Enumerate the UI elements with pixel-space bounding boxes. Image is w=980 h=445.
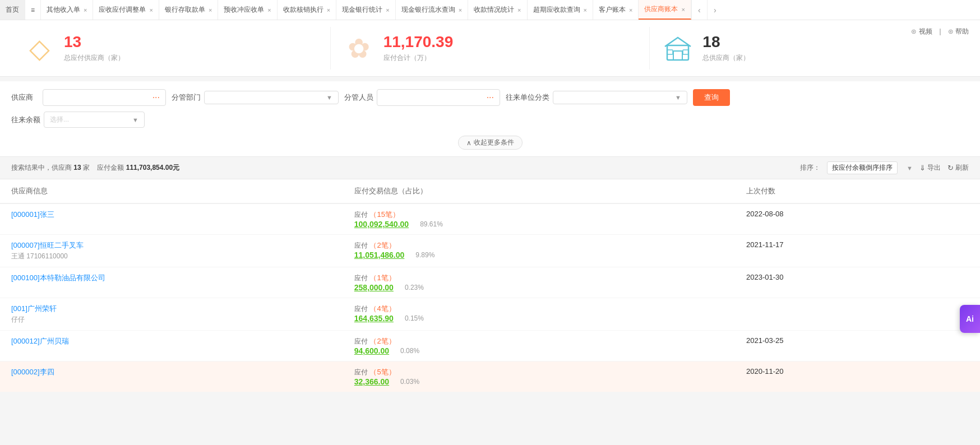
collapse-button[interactable]: ∧ 收起更多条件 <box>458 136 523 150</box>
nav-tab-customer-book[interactable]: 客户账本× <box>593 0 639 20</box>
refresh-icon: ↻ <box>947 164 954 172</box>
refresh-button[interactable]: ↻ 刷新 <box>947 163 969 173</box>
payable-total-label: 应付合计（万） <box>383 53 454 63</box>
summary-card-payable-total: ✿ 11,170.39 应付合计（万） <box>330 27 650 69</box>
nav-tab-overdue[interactable]: 超期应收款查询× <box>528 0 593 20</box>
summary-card-payable-suppliers: ◇ 13 总应付供应商（家） <box>11 27 330 69</box>
tx-label: 应付 <box>354 305 368 313</box>
person-input[interactable]: ··· <box>377 89 500 106</box>
last-pay-date: 2021-03-25 <box>746 336 784 345</box>
supplier-link[interactable]: [000002]李四 <box>11 368 54 376</box>
nav-tab-adjust[interactable]: 应收应付调整单× <box>93 0 159 20</box>
transaction-cell: 应付 （2笔）11,051,486.009.89% <box>343 235 735 267</box>
tx-label: 应付 <box>354 274 368 282</box>
close-tab-supplier-book[interactable]: × <box>681 6 685 13</box>
collapse-label: 收起更多条件 <box>474 138 514 147</box>
close-tab-cash-stat[interactable]: × <box>386 7 389 13</box>
payable-supplier-count: 13 <box>64 34 124 51</box>
table-header: 供应商信息 应付交易信息（占比） 上次付数 <box>0 179 980 203</box>
nav-tab-supplier-book[interactable]: 供应商账本× <box>639 0 691 20</box>
filter-unit-category: 往来单位分类 ▼ <box>506 91 687 104</box>
tx-count: （15笔） <box>369 210 399 219</box>
close-tab-overdue[interactable]: × <box>584 7 587 13</box>
supplier-link[interactable]: [000001]张三 <box>11 210 54 219</box>
nav-tab-receipt-stat[interactable]: 收款情况统计× <box>468 0 527 20</box>
flower-icon: ✿ <box>348 33 370 64</box>
last-pay-date: 2020-11-20 <box>746 367 784 376</box>
balance-label: 往来余额 <box>11 115 40 125</box>
nav-tab-cash-stat[interactable]: 现金银行统计× <box>336 0 395 20</box>
card-info-2: 11,170.39 应付合计（万） <box>383 34 454 63</box>
supplier-label: 供应商 <box>11 92 39 103</box>
close-tab-adjust[interactable]: × <box>149 7 152 13</box>
nav-tab-menu[interactable]: ≡ <box>25 0 41 20</box>
last-pay-date: 2023-01-30 <box>746 273 784 281</box>
tx-count: （2笔） <box>369 337 395 345</box>
filter-person: 分管人员 ··· <box>344 89 500 106</box>
payable-amount[interactable]: 94,600.00 <box>354 346 389 355</box>
payable-amount[interactable]: 258,000.00 <box>354 283 394 292</box>
transaction-cell: 应付 （4笔）164,635.900.15% <box>343 298 735 331</box>
nav-tab-other-income[interactable]: 其他收入单× <box>41 0 93 20</box>
close-tab-bank[interactable]: × <box>209 7 212 13</box>
close-tab-receipt[interactable]: × <box>327 7 330 13</box>
table-row: [000002]李四应付 （5笔）32,366.000.03%2020-11-2… <box>0 361 980 392</box>
supplier-dots[interactable]: ··· <box>152 92 160 103</box>
video-link[interactable]: ⊙ 视频 <box>911 27 932 36</box>
table-row: [000100]本特勒油品有限公司应付 （1笔）258,000.000.23%2… <box>0 267 980 298</box>
supplier-link[interactable]: [000100]本特勒油品有限公司 <box>11 274 105 282</box>
unit-select[interactable]: ▼ <box>553 91 687 104</box>
close-tab-cash-query[interactable]: × <box>459 7 462 13</box>
table-row: [001]广州荣轩仔仔应付 （4笔）164,635.900.15% <box>0 298 980 331</box>
close-tab-receipt-stat[interactable]: × <box>517 7 521 13</box>
svg-rect-1 <box>673 51 682 60</box>
table-body: [000001]张三应付 （15笔）100,092,540.0089.61%20… <box>0 203 980 392</box>
last-pay-cell <box>735 298 980 331</box>
transaction-cell: 应付 （1笔）258,000.000.23% <box>343 267 735 298</box>
export-label: 导出 <box>927 163 941 173</box>
payable-amount[interactable]: 32,366.00 <box>354 377 389 386</box>
person-dots[interactable]: ··· <box>487 92 494 103</box>
nav-tab-receipt[interactable]: 收款核销执行× <box>278 0 336 20</box>
dept-label: 分管部门 <box>172 92 201 103</box>
diamond-icon: ◇ <box>29 33 50 64</box>
nav-tab-cash-query[interactable]: 现金银行流水查询× <box>396 0 468 20</box>
export-button[interactable]: ⇓ 导出 <box>919 163 941 173</box>
supplier-link[interactable]: [001]广州荣轩 <box>11 304 57 313</box>
result-actions: 排序： 按应付余额倒序排序 ▼ ⇓ 导出 ↻ 刷新 <box>800 161 969 174</box>
close-tab-prepay[interactable]: × <box>267 7 271 13</box>
payable-amount[interactable]: 11,051,486.00 <box>354 251 405 259</box>
total-supplier-count: 18 <box>702 34 750 51</box>
supplier-link[interactable]: [000007]恒旺二手叉车 <box>11 241 84 249</box>
tx-count: （1笔） <box>369 274 395 282</box>
refresh-label: 刷新 <box>955 163 969 173</box>
close-tab-customer-book[interactable]: × <box>629 7 632 13</box>
payable-supplier-label: 总应付供应商（家） <box>64 53 124 63</box>
query-button[interactable]: 查询 <box>693 89 730 106</box>
balance-chevron: ▼ <box>132 117 138 123</box>
transaction-cell: 应付 （15笔）100,092,540.0089.61% <box>343 203 735 235</box>
nav-tab-bank[interactable]: 银行存取款单× <box>159 0 218 20</box>
last-pay-cell: 2022-08-08 <box>735 203 980 235</box>
filter-supplier: 供应商 ··· <box>11 89 166 106</box>
pct-label: 0.08% <box>400 347 419 355</box>
payable-amount[interactable]: 100,092,540.00 <box>354 220 409 229</box>
balance-select[interactable]: 选择... ▼ <box>44 112 145 128</box>
nav-arrow-right[interactable]: › <box>707 0 723 20</box>
supplier-link[interactable]: [000012]广州贝瑞 <box>11 337 69 345</box>
table-row: [000007]恒旺二手叉车王通 17106110000应付 （2笔）11,05… <box>0 235 980 267</box>
last-pay-cell: 2023-01-30 <box>735 267 980 298</box>
svg-rect-0 <box>667 45 688 60</box>
ai-button[interactable]: Ai <box>960 305 980 333</box>
nav-tab-prepay[interactable]: 预收冲应收单× <box>218 0 277 20</box>
sort-select[interactable]: 按应付余额倒序排序 <box>827 161 898 174</box>
filter-section: 供应商 ··· 分管部门 ▼ 分管人员 ··· 往来单位分类 ▼ <box>0 81 980 157</box>
nav-tab-home[interactable]: 首页 <box>0 0 25 20</box>
payable-amount[interactable]: 164,635.90 <box>354 314 394 323</box>
nav-arrow-left[interactable]: ‹ <box>691 0 707 20</box>
dept-select[interactable]: ▼ <box>204 91 339 104</box>
help-link[interactable]: ⊙ 帮助 <box>948 27 969 36</box>
close-tab-other-income[interactable]: × <box>84 7 87 13</box>
unit-chevron: ▼ <box>675 94 681 101</box>
supplier-input[interactable]: ··· <box>43 89 166 106</box>
